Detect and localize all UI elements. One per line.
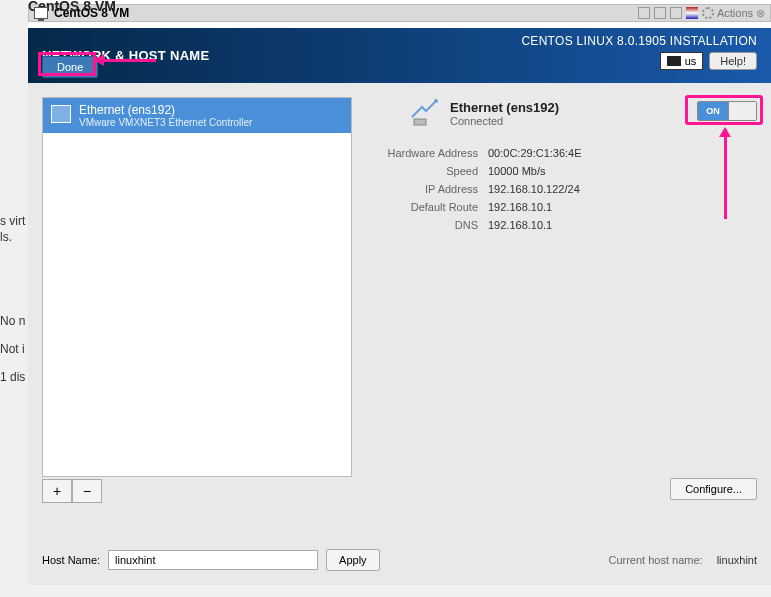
connection-icon	[408, 97, 440, 129]
toggle-on-label: ON	[698, 102, 728, 120]
ip-address-label: IP Address	[368, 183, 478, 195]
connection-name: Ethernet (ens192)	[450, 100, 559, 115]
installer-body: Ethernet (ens192) VMware VMXNET3 Etherne…	[28, 83, 771, 585]
bg-text: ls.	[0, 230, 25, 244]
connection-toggle[interactable]: ON	[697, 101, 757, 121]
speed-value: 10000 Mb/s	[488, 165, 757, 177]
window-control-icon[interactable]	[670, 7, 682, 19]
connection-status: Connected	[450, 115, 559, 127]
window-control-icon[interactable]	[638, 7, 650, 19]
connection-info: Hardware Address 00:0C:29:C1:36:4E Speed…	[368, 147, 757, 231]
help-button[interactable]: Help!	[709, 52, 757, 70]
default-route-value: 192.168.10.1	[488, 201, 757, 213]
window-control-icon[interactable]	[654, 7, 666, 19]
annotation-arrow	[724, 129, 727, 219]
actions-menu[interactable]: Actions ⊗	[702, 7, 765, 20]
current-hostname-value: linuxhint	[717, 554, 757, 566]
close-icon[interactable]: ⊗	[756, 7, 765, 20]
add-interface-button[interactable]: +	[42, 479, 72, 503]
remove-interface-button[interactable]: −	[72, 479, 102, 503]
svg-point-0	[434, 99, 438, 103]
dns-label: DNS	[368, 219, 478, 231]
install-name: CENTOS LINUX 8.0.1905 INSTALLATION	[521, 34, 757, 48]
interface-detail: Ethernet (ens192) Connected ON Hardware …	[368, 97, 757, 231]
bg-text: No n	[0, 314, 25, 328]
flag-icon[interactable]	[686, 7, 698, 19]
hostname-label: Host Name:	[42, 554, 100, 566]
kb-layout-label: us	[685, 55, 697, 67]
installer-view: NETWORK & HOST NAME Done CENTOS LINUX 8.…	[28, 28, 771, 585]
dns-value: 192.168.10.1	[488, 219, 757, 231]
installer-header: NETWORK & HOST NAME Done CENTOS LINUX 8.…	[28, 28, 771, 83]
configure-button[interactable]: Configure...	[670, 478, 757, 500]
bg-text: Not i	[0, 342, 25, 356]
network-interface-item[interactable]: Ethernet (ens192) VMware VMXNET3 Etherne…	[43, 98, 351, 133]
titlebar: CentOS 8 VM Actions ⊗	[28, 4, 771, 22]
vm-window: CentOS 8 VM CentOS 8 VM Actions ⊗ NETWOR…	[28, 0, 771, 585]
nic-icon	[51, 105, 71, 123]
keyboard-icon	[667, 56, 681, 66]
svg-rect-1	[414, 119, 426, 125]
gear-icon	[702, 7, 714, 19]
annotation-arrow	[96, 59, 156, 62]
network-interface-list[interactable]: Ethernet (ens192) VMware VMXNET3 Etherne…	[42, 97, 352, 477]
nic-description: VMware VMXNET3 Ethernet Controller	[79, 117, 252, 128]
monitor-icon	[34, 7, 48, 19]
ip-address-value: 192.168.10.122/24	[488, 183, 757, 195]
titlebar-controls: Actions ⊗	[638, 7, 765, 20]
default-route-label: Default Route	[368, 201, 478, 213]
current-hostname-label: Current host name:	[608, 554, 702, 566]
bg-text: s virt	[0, 214, 25, 228]
hw-address-value: 00:0C:29:C1:36:4E	[488, 147, 757, 159]
nic-name: Ethernet (ens192)	[79, 103, 252, 117]
speed-label: Speed	[368, 165, 478, 177]
hw-address-label: Hardware Address	[368, 147, 478, 159]
hostname-input[interactable]	[108, 550, 318, 570]
apply-button[interactable]: Apply	[326, 549, 380, 571]
actions-label: Actions	[717, 7, 753, 19]
keyboard-layout-selector[interactable]: us	[660, 52, 704, 70]
toggle-handle	[728, 102, 756, 120]
window-title: CentOS 8 VM	[54, 6, 638, 20]
bg-text: 1 dis	[0, 370, 25, 384]
